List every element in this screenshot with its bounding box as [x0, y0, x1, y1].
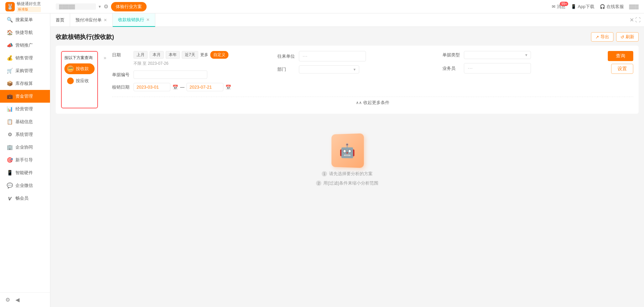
date-btn-7days[interactable]: 近7天	[182, 51, 198, 59]
sidebar-settings-icon[interactable]: ⚙	[5, 297, 10, 303]
filter-collapse-button[interactable]: »	[102, 55, 108, 60]
sidebar-item-marketing[interactable]: 📣 营销推广	[0, 39, 50, 52]
date-range-dash: —	[180, 85, 184, 90]
page-header: 收款核销执行(按收款) ↗ 导出 ↺ 刷新	[56, 32, 639, 42]
date-btn-this-month[interactable]: 本月	[150, 51, 164, 59]
refresh-button[interactable]: ↺ 刷新	[616, 32, 639, 42]
sidebar-item-member[interactable]: V 畅会员	[0, 192, 50, 205]
settings-gear-icon[interactable]: ⚙	[104, 3, 108, 10]
logo-area: 🐰 畅捷通好生意 标准版	[5, 1, 56, 12]
sidebar-item-system[interactable]: ⚙ 系统管理	[0, 128, 50, 141]
verify-date-label: 核销日期	[112, 84, 129, 90]
tab-prepay[interactable]: 预付冲应付单 ✕	[70, 13, 113, 27]
doc-type-picker-button[interactable]: ▾	[464, 51, 531, 59]
sidebar-label-finance: 资金管理	[15, 93, 33, 99]
sidebar-item-inventory[interactable]: 📦 库存核算	[0, 77, 50, 90]
partner-picker-button[interactable]: ···	[299, 51, 366, 61]
tab-collection[interactable]: 收款核销执行 ✕	[113, 13, 155, 27]
filter-row-verify-date: 核销日期 📅 — 📅	[112, 83, 272, 91]
filter-row-dept: 部门 ▾	[277, 65, 437, 73]
date-more-label[interactable]: 更多	[200, 52, 208, 58]
sidebar-collapse-icon[interactable]: ◀	[15, 297, 19, 303]
main-content: 收款核销执行(按收款) ↗ 导出 ↺ 刷新 按以下方案查询 💳 按收款 ⏱ 按应…	[50, 27, 644, 307]
collapse-more-icon: ∧∧	[356, 100, 362, 105]
date-btn-last-month[interactable]: 上月	[133, 51, 148, 59]
partner-label: 往来单位	[277, 53, 295, 59]
filter-option-by-receivable[interactable]: ⏱ 按应收	[64, 75, 95, 86]
empty-step-2: 2 用[过滤]条件来缩小分析范围	[316, 180, 378, 186]
sidebar-bottom: ⚙ ◀	[0, 292, 50, 307]
doc-no-input[interactable]	[133, 70, 207, 79]
message-button[interactable]: ✉ 消息 99+	[552, 4, 566, 10]
sidebar-item-hardware[interactable]: 📱 智能硬件	[0, 166, 50, 179]
search-icon: 🔍	[7, 17, 13, 23]
sidebar-label-wechat: 企业微信	[15, 183, 33, 189]
tab-prepay-label: 预付冲应付单	[75, 17, 102, 23]
sidebar-item-operation[interactable]: 📊 经营管理	[0, 103, 50, 115]
app-download-button[interactable]: 📱 App下载	[571, 4, 594, 10]
sidebar-item-finance[interactable]: 💼 资金管理	[0, 90, 50, 103]
sidebar-item-basic[interactable]: 📋 基础信息	[0, 115, 50, 128]
verify-date-start-input[interactable]	[133, 83, 170, 91]
date-btn-custom[interactable]: 自定义	[210, 51, 228, 59]
tab-home[interactable]: 首页	[50, 13, 70, 27]
member-icon: V	[7, 196, 13, 201]
collapse-more-label: 收起更多条件	[363, 100, 389, 106]
doc-no-label: 单据编号	[112, 72, 129, 78]
system-icon: ⚙	[7, 132, 13, 138]
setting-button[interactable]: 设置	[611, 64, 633, 74]
online-service-button[interactable]: 🎧 在线客服	[600, 4, 624, 10]
home-icon: 🏠	[7, 30, 13, 36]
filter-panel-title: 按以下方案查询	[64, 55, 95, 61]
tab-close-all-icon[interactable]: ✕	[630, 17, 634, 23]
guide-icon: 🎯	[7, 157, 13, 163]
partner-dots-icon: ···	[303, 53, 308, 60]
date-btn-this-year[interactable]: 本年	[166, 51, 180, 59]
query-button[interactable]: 查询	[608, 51, 633, 61]
sidebar-label-operation: 经营管理	[15, 106, 33, 112]
app-download-icon: 📱	[571, 4, 576, 9]
dept-picker-button[interactable]: ▾	[299, 65, 359, 73]
collapse-chevron-icon: »	[104, 55, 106, 60]
wechat-icon: 💬	[7, 183, 13, 189]
collapse-more-button[interactable]: ∧∧ 收起更多条件	[112, 97, 633, 108]
sidebar-item-enterprise[interactable]: 🏢 企业协同	[0, 141, 50, 154]
app-badge: 标准版	[17, 7, 41, 12]
sidebar-item-quick-nav[interactable]: 🏠 快捷导航	[0, 26, 50, 39]
tab-prepay-close-icon[interactable]: ✕	[104, 18, 107, 22]
filter-option-receivable-label: 按应收	[76, 78, 89, 84]
verify-date-end-input[interactable]	[186, 83, 223, 91]
enterprise-icon: 🏢	[7, 144, 13, 150]
message-badge: 99+	[560, 2, 568, 6]
export-icon: ↗	[595, 35, 599, 40]
company-dropdown-icon[interactable]: ▾	[99, 4, 101, 9]
filter-panel: 按以下方案查询 💳 按收款 ⏱ 按应收 » 日期	[56, 46, 639, 114]
receipt-icon: 💳	[67, 65, 74, 72]
sidebar-item-wechat[interactable]: 💬 企业微信	[0, 179, 50, 192]
calendar-start-icon[interactable]: 📅	[172, 85, 178, 90]
filter-scheme-panel: 按以下方案查询 💳 按收款 ⏱ 按应收	[61, 51, 98, 108]
sidebar-item-search-menu[interactable]: 🔍 搜索菜单	[0, 13, 50, 26]
sidebar-label-marketing: 营销推广	[15, 42, 33, 48]
filter-option-receipt-label: 按收款	[76, 66, 89, 72]
sales-icon: 💰	[7, 55, 13, 61]
industry-plan-button[interactable]: 体验行业方案	[111, 2, 147, 11]
step-2-num: 2	[316, 181, 321, 186]
page-title: 收款核销执行(按收款)	[56, 33, 114, 41]
tab-expand-icon[interactable]: ⛶	[635, 17, 641, 23]
sidebar-item-sales[interactable]: 💰 销售管理	[0, 52, 50, 64]
sidebar-item-guide[interactable]: 🎯 新手引导	[0, 154, 50, 166]
refresh-icon: ↺	[621, 35, 624, 40]
basic-icon: 📋	[7, 119, 13, 125]
tab-collection-close-icon[interactable]: ✕	[146, 17, 150, 22]
inventory-icon: 📦	[7, 81, 13, 87]
purchase-icon: 🛒	[7, 68, 13, 74]
tabs-bar: 首页 预付冲应付单 ✕ 收款核销执行 ✕ ✕ ⛶	[50, 13, 644, 27]
filter-row-date: 日期 上月 本月 本年 近7天 更多 自定义	[112, 51, 272, 59]
calendar-end-icon[interactable]: 📅	[225, 85, 231, 90]
export-button[interactable]: ↗ 导出	[591, 32, 613, 42]
filter-option-by-receipt[interactable]: 💳 按收款	[64, 63, 95, 74]
user-info: ▓▓▓	[629, 4, 639, 9]
salesman-picker-button[interactable]: ···	[464, 63, 531, 73]
sidebar-item-purchase[interactable]: 🛒 采购管理	[0, 64, 50, 77]
